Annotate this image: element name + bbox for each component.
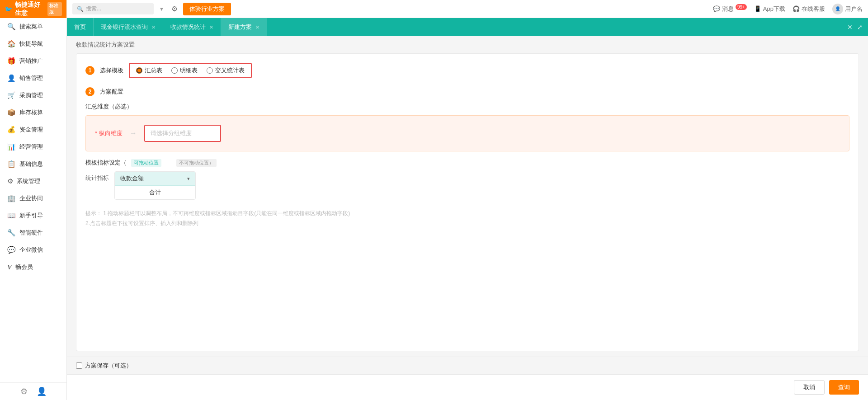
- sidebar: 🐦 畅捷通好生意 标准版 🔍 搜索菜单 🏠 快捷导航 🎁 营销推广 👤 销售管理…: [0, 0, 67, 400]
- online-service-item[interactable]: 🎧 在线客服: [793, 5, 825, 13]
- user-avatar-item[interactable]: 👤 用户名: [832, 4, 863, 14]
- search-icon: 🔍: [77, 6, 84, 12]
- cart-icon: 🛒: [7, 91, 16, 99]
- sidebar-item-search-menu[interactable]: 🔍 搜索菜单: [0, 18, 66, 35]
- sidebar-bottom: ⚙ 👤: [0, 382, 66, 400]
- sidebar-item-guide[interactable]: 📖 新手引导: [0, 207, 66, 224]
- sidebar-item-label: 搜索菜单: [19, 23, 43, 31]
- metrics-separator: [166, 159, 172, 167]
- step1-badge: 1: [85, 66, 94, 75]
- query-button[interactable]: 查询: [829, 380, 859, 395]
- page-title: 收款情况统计方案设置: [67, 36, 868, 53]
- sidebar-item-marketing[interactable]: 🎁 营销推广: [0, 52, 66, 70]
- notification-item[interactable]: 💬 消息 99+: [713, 5, 747, 13]
- minimize-icon[interactable]: ✕: [847, 24, 853, 31]
- app-icon: 📱: [754, 5, 761, 12]
- stat-label-area: 统计指标: [85, 171, 114, 200]
- sidebar-item-quick-nav[interactable]: 🏠 快捷导航: [0, 35, 66, 52]
- logo-text: 畅捷通好生意: [15, 1, 45, 17]
- sidebar-item-basic-info[interactable]: 📋 基础信息: [0, 155, 66, 173]
- dropdown-icon[interactable]: ▼: [159, 6, 164, 12]
- step1-label: 选择模板: [100, 66, 123, 75]
- sidebar-item-operation[interactable]: 📊 经营管理: [0, 138, 66, 155]
- bottom-bar: 方案保存（可选）: [67, 357, 868, 374]
- radio-detail[interactable]: 明细表: [171, 66, 198, 75]
- sidebar-item-inventory[interactable]: 📦 库存核算: [0, 104, 66, 121]
- radio-detail-input[interactable]: [171, 67, 178, 74]
- main-area: 🔍 搜索... ▼ ⚙ 体验行业方案 💬 消息 99+ 📱 App下载 🎧 在线…: [67, 0, 868, 400]
- save-option[interactable]: 方案保存（可选）: [76, 362, 132, 370]
- cancel-button[interactable]: 取消: [794, 380, 825, 395]
- service-icon: 🎧: [793, 5, 800, 12]
- tab-receipt-stat[interactable]: 收款情况统计 ✕: [163, 18, 221, 36]
- radio-cross[interactable]: 交叉统计表: [207, 66, 245, 75]
- book-icon: 📖: [7, 212, 16, 220]
- industry-solution-button[interactable]: 体验行业方案: [183, 3, 231, 15]
- radio-summary[interactable]: 汇总表: [136, 66, 162, 75]
- sidebar-item-label: 销售管理: [19, 74, 43, 82]
- gear-icon: ⚙: [7, 177, 13, 185]
- user-bottom-icon[interactable]: 👤: [37, 386, 47, 396]
- sidebar-item-member[interactable]: V 畅会员: [0, 259, 66, 276]
- sidebar-item-label: 智能硬件: [19, 229, 43, 237]
- sidebar-item-label: 系统管理: [17, 177, 40, 185]
- radio-summary-input[interactable]: [136, 67, 142, 74]
- sidebar-item-enterprise[interactable]: 🏢 企业协同: [0, 190, 66, 207]
- finance-icon: 💰: [7, 126, 16, 134]
- tip-2: 2.点击标题栏下拉可设置排序、插入列和删除列: [85, 219, 849, 229]
- metrics-dropdown-icon[interactable]: ▾: [187, 176, 190, 182]
- tab-bank-flow-label: 现金银行流水查询: [101, 23, 148, 31]
- sidebar-item-label: 畅会员: [15, 263, 33, 271]
- sidebar-item-finance[interactable]: 💰 资金管理: [0, 121, 66, 138]
- maximize-icon[interactable]: ⤢: [857, 24, 863, 31]
- save-label: 方案保存（可选）: [85, 362, 132, 370]
- tab-home[interactable]: 首页: [67, 18, 94, 36]
- sidebar-item-hardware[interactable]: 🔧 智能硬件: [0, 224, 66, 241]
- tabbar: 首页 现金银行流水查询 ✕ 收款情况统计 ✕ 新建方案 ✕ ✕ ⤢: [67, 18, 868, 36]
- tab-receipt-stat-close[interactable]: ✕: [209, 24, 213, 30]
- vertical-dimension-label: * 纵向维度: [95, 129, 123, 137]
- app-download-item[interactable]: 📱 App下载: [754, 5, 785, 13]
- tip-1: 提示： 1.拖动标题栏可以调整布局，不可跨维度或指标区域拖动目字段(只能在同一维…: [85, 209, 849, 219]
- step2-badge: 2: [85, 87, 94, 96]
- tab-home-label: 首页: [74, 23, 86, 31]
- sidebar-item-label: 基础信息: [19, 160, 43, 168]
- save-checkbox[interactable]: [76, 362, 82, 369]
- metrics-tag-fixed: 不可拖动位置）: [176, 159, 217, 167]
- building-icon: 🏢: [7, 194, 16, 202]
- dimension-select[interactable]: 请选择分组维度: [144, 125, 221, 142]
- tab-bank-flow[interactable]: 现金银行流水查询 ✕: [94, 18, 163, 36]
- dimension-placeholder: 请选择分组维度: [151, 130, 192, 136]
- sidebar-item-sales[interactable]: 👤 销售管理: [0, 70, 66, 87]
- sidebar-item-system[interactable]: ⚙ 系统管理: [0, 173, 66, 190]
- footer-buttons: 取消 查询: [67, 374, 868, 400]
- chart-icon: 📊: [7, 143, 16, 151]
- dimension-arrow-icon: →: [130, 129, 137, 137]
- dimension-title: 汇总维度（必选）: [85, 103, 849, 111]
- clipboard-icon: 📋: [7, 160, 16, 168]
- home-icon: 🏠: [7, 40, 16, 48]
- notification-badge: 99+: [736, 4, 747, 10]
- metrics-col-header[interactable]: 收款金额 ▾: [115, 172, 195, 186]
- sidebar-item-label: 资金管理: [19, 126, 43, 134]
- search-placeholder: 搜索...: [86, 5, 101, 13]
- step2-header: 2 方案配置: [85, 87, 849, 96]
- topbar-right: 💬 消息 99+ 📱 App下载 🎧 在线客服 👤 用户名: [713, 4, 863, 14]
- metrics-section: 模板指标设定（ 可拖动位置 不可拖动位置） 统计指标 收款金额 ▾ 合计: [85, 159, 849, 228]
- search-bar[interactable]: 🔍 搜索...: [72, 3, 154, 14]
- tab-new-plan-close[interactable]: ✕: [255, 24, 259, 30]
- metrics-table: 收款金额 ▾ 合计: [114, 171, 196, 200]
- radio-cross-input[interactable]: [207, 67, 213, 74]
- sidebar-item-purchase[interactable]: 🛒 采购管理: [0, 87, 66, 104]
- tab-new-plan[interactable]: 新建方案 ✕: [221, 18, 267, 36]
- radio-summary-label: 汇总表: [145, 66, 162, 75]
- sidebar-item-label: 新手引导: [19, 212, 43, 220]
- sidebar-item-wechat[interactable]: 💬 企业微信: [0, 241, 66, 259]
- tips-section: 提示： 1.拖动标题栏可以调整布局，不可跨维度或指标区域拖动目字段(只能在同一维…: [85, 209, 849, 228]
- stat-label: 统计指标: [85, 174, 109, 182]
- dimension-row: * 纵向维度 → 请选择分组维度: [95, 125, 840, 142]
- radio-cross-label: 交叉统计表: [215, 66, 245, 75]
- tab-bank-flow-close[interactable]: ✕: [151, 24, 156, 30]
- topbar-gear-icon[interactable]: ⚙: [171, 5, 178, 13]
- settings-bottom-icon[interactable]: ⚙: [20, 386, 28, 396]
